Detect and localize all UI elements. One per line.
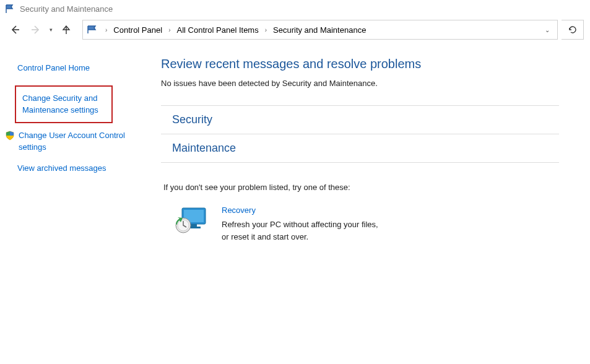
sidebar-change-uac-label: Change User Account Control settings (19, 129, 149, 154)
address-bar[interactable]: › Control Panel › All Control Panel Item… (82, 20, 558, 40)
titlebar: Security and Maintenance (0, 0, 590, 17)
shield-icon (5, 131, 15, 141)
window-title: Security and Maintenance (20, 4, 113, 14)
up-button[interactable] (58, 21, 75, 38)
flag-icon (87, 25, 98, 34)
recovery-link[interactable]: Recovery (222, 206, 383, 215)
address-dropdown[interactable]: ⌄ (541, 27, 553, 33)
forward-button[interactable] (27, 21, 45, 38)
recovery-description: Refresh your PC without affecting your f… (222, 219, 383, 243)
sidebar-change-security-settings[interactable]: Change Security and Maintenance settings (15, 85, 113, 123)
sidebar-control-panel-home[interactable]: Control Panel Home (17, 62, 149, 74)
breadcrumb-security-maintenance[interactable]: Security and Maintenance (273, 25, 366, 35)
sidebar-change-uac[interactable]: Change User Account Control settings (5, 129, 149, 154)
recovery-block: Recovery Refresh your PC without affecti… (173, 206, 559, 243)
refresh-button[interactable] (562, 20, 584, 40)
sidebar-view-archived[interactable]: View archived messages (17, 162, 149, 175)
breadcrumb-all-items[interactable]: All Control Panel Items (176, 25, 258, 35)
chevron-right-icon[interactable]: › (102, 27, 111, 33)
flag-icon (5, 4, 15, 14)
recovery-icon (173, 206, 208, 235)
main-panel: Review recent messages and resolve probl… (155, 54, 584, 243)
chevron-right-icon[interactable]: › (261, 27, 271, 33)
recovery-text: Recovery Refresh your PC without affecti… (222, 206, 383, 243)
content-area: Control Panel Home Change Security and M… (0, 45, 590, 243)
svg-rect-2 (191, 224, 197, 227)
sidebar: Control Panel Home Change Security and M… (6, 54, 155, 243)
try-one-text: If you don't see your problem listed, tr… (163, 183, 559, 192)
expander-security[interactable]: Security (161, 105, 559, 134)
status-text: No issues have been detected by Security… (161, 79, 559, 88)
expander-maintenance[interactable]: Maintenance (161, 134, 559, 163)
chevron-right-icon[interactable]: › (165, 27, 174, 33)
nav-row: ▾ › Control Panel › All Control Panel It… (0, 17, 590, 45)
page-heading: Review recent messages and resolve probl… (161, 57, 559, 71)
recent-locations-dropdown[interactable]: ▾ (48, 27, 54, 33)
breadcrumb-control-panel[interactable]: Control Panel (113, 25, 162, 35)
back-button[interactable] (6, 21, 24, 38)
